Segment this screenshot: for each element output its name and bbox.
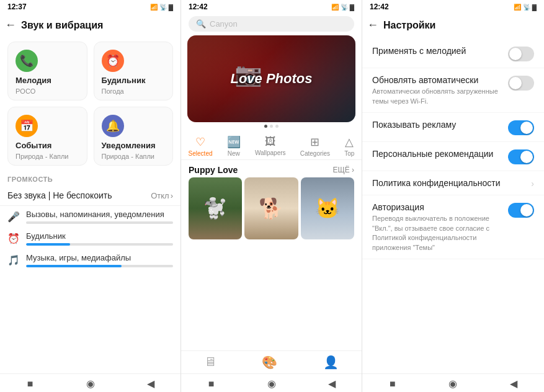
search-icon: 🔍 — [196, 19, 206, 29]
volume-row-media: 🎵 Музыка, игры, медиафайлы — [0, 249, 181, 271]
settings-auth-content: Авторизация Переводя выключатель в полож… — [372, 202, 503, 252]
section-more-btn[interactable]: ЕЩЁ › — [332, 166, 354, 174]
bottom-nav-profile[interactable]: 👤 — [323, 355, 339, 370]
dot-3 — [275, 125, 279, 128]
media-volume-track[interactable] — [26, 265, 173, 267]
nav-back-2[interactable]: ◀ — [323, 378, 341, 390]
toggle-autoupdate[interactable] — [508, 76, 534, 91]
toggle-auth[interactable] — [508, 203, 534, 218]
battery-icon-1: ▓ — [169, 4, 173, 11]
media-volume-label: Музыка, игры, медиафайлы — [26, 253, 173, 262]
panel-title-3: Настройки — [383, 20, 435, 31]
settings-personalrecs-content: Персональные рекомендации — [372, 148, 503, 159]
settings-showads-content: Показывать рекламу — [372, 119, 503, 130]
wallpaper-thumb-cat[interactable]: 🐱 — [301, 177, 354, 239]
alarm-volume-fill — [26, 243, 70, 246]
privacy-chevron-icon: › — [531, 179, 534, 189]
panel-sound-vibration: 12:37 📶 📡 ▓ ← Звук и вибрация 📞 Мелодия … — [0, 0, 181, 392]
search-bar[interactable]: 🔍 Canyon — [189, 16, 354, 32]
sound-card-alarm[interactable]: ⏰ Будильник Погода — [94, 42, 174, 100]
back-button-1[interactable]: ← — [5, 19, 16, 32]
status-bar-1: 12:37 📶 📡 ▓ — [0, 0, 181, 14]
nav-square-2[interactable]: ■ — [202, 378, 221, 390]
volume-row-alarm: ⏰ Будильник — [0, 228, 181, 249]
toggle-showads-thumb — [520, 122, 533, 134]
nav-square-1[interactable]: ■ — [21, 378, 40, 390]
toggle-personalrecs[interactable] — [508, 149, 534, 164]
sound-card-events[interactable]: 📅 События Природа - Капли — [7, 107, 87, 166]
calls-volume-label: Вызовы, напоминания, уведомления — [26, 210, 173, 219]
settings-autoupdate-sub: Автоматически обновлять загруженные темы… — [372, 87, 503, 106]
melody-sub: POCO — [16, 87, 79, 95]
settings-personalrecs-title: Персональные рекомендации — [372, 148, 503, 159]
dot-2 — [270, 125, 273, 128]
toggle-auth-thumb — [520, 204, 533, 216]
wallpaper-thumb-dog2[interactable]: 🐕 — [244, 177, 298, 239]
status-icons-1: 📶 📡 ▓ — [150, 4, 173, 11]
status-icons-3: 📶 📡 ▓ — [514, 4, 537, 11]
panel-title-1: Звук и вибрация — [21, 20, 103, 31]
dnd-chevron-icon: › — [171, 191, 173, 200]
nav-back-1[interactable]: ◀ — [141, 378, 160, 390]
settings-item-melody[interactable]: Применять с мелодией — [362, 39, 544, 68]
wifi-icon-1: 📡 — [159, 4, 167, 11]
status-bar-3: 12:42 📶 📡 ▓ — [362, 0, 544, 14]
nav-circle-1[interactable]: ◉ — [81, 378, 100, 390]
settings-item-personalrecs[interactable]: Персональные рекомендации — [362, 142, 544, 171]
time-2: 12:42 — [189, 2, 208, 11]
categories-tab-icon: ⊞ — [310, 135, 319, 149]
cat-icon: 🐱 — [315, 197, 340, 220]
tab-categories[interactable]: ⊞ Categories — [300, 135, 330, 157]
tab-selected[interactable]: ♡ Selected — [189, 135, 213, 157]
wallpaper-thumb-dog1[interactable]: 🐩 — [189, 177, 242, 239]
top-tab-icon: △ — [345, 135, 354, 149]
nav-circle-2[interactable]: ◉ — [262, 378, 281, 390]
alarm-volume-track[interactable] — [26, 243, 173, 246]
settings-auth-title: Авторизация — [372, 202, 503, 213]
status-bar-2: 12:42 📶 📡 ▓ — [181, 0, 362, 14]
alarm-volume-icon: ⏰ — [7, 233, 20, 244]
toggle-showads[interactable] — [508, 120, 534, 135]
wifi-icon-2: 📡 — [341, 4, 348, 11]
battery-icon-3: ▓ — [532, 4, 537, 11]
settings-item-showads[interactable]: Показывать рекламу — [362, 113, 544, 142]
tab-new[interactable]: 🆕 New — [227, 135, 241, 157]
nav-back-3[interactable]: ◀ — [504, 378, 523, 390]
bottom-nav-themes[interactable]: 🎨 — [262, 355, 277, 370]
nav-bar-1: ■ ◉ ◀ — [0, 373, 181, 392]
dnd-value: Откл › — [151, 191, 173, 200]
wifi-icon-3: 📡 — [523, 4, 530, 11]
dnd-row[interactable]: Без звука | Не беспокоить Откл › — [0, 185, 181, 206]
settings-list: Применять с мелодией Обновлять автоматич… — [362, 37, 544, 262]
section-puppy-title: Puppy Love — [189, 165, 238, 175]
settings-item-autoupdate[interactable]: Обновлять автоматически Автоматически об… — [362, 68, 544, 113]
signal-icon-3: 📶 — [514, 4, 521, 11]
toggle-melody[interactable] — [508, 47, 534, 61]
time-1: 12:37 — [7, 2, 27, 11]
settings-header: ← Настройки — [362, 14, 544, 37]
settings-item-auth[interactable]: Авторизация Переводя выключатель в полож… — [362, 195, 544, 259]
sound-header: ← Звук и вибрация — [0, 14, 181, 37]
settings-privacy-title: Политика конфиденциальности — [372, 177, 526, 189]
notify-title: Уведомления — [102, 141, 166, 150]
dnd-label: Без звука | Не беспокоить — [7, 190, 112, 200]
alarm-volume-label: Будильник — [26, 231, 173, 241]
nav-circle-3[interactable]: ◉ — [444, 378, 462, 390]
hero-image[interactable]: 📷 Love Photos — [187, 35, 355, 122]
dog2-icon: 🐕 — [259, 197, 283, 220]
sound-card-melody[interactable]: 📞 Мелодия POCO — [7, 42, 87, 100]
bottom-nav-screens[interactable]: 🖥 — [204, 355, 216, 370]
settings-item-privacy[interactable]: Политика конфиденциальности › — [362, 171, 544, 195]
nav-square-3[interactable]: ■ — [383, 378, 402, 390]
back-button-3[interactable]: ← — [367, 19, 378, 32]
calls-volume-track[interactable] — [26, 221, 173, 224]
volume-section-label: ГРОМКОСТЬ — [0, 173, 181, 185]
sound-card-notify[interactable]: 🔔 Уведомления Природа - Капли — [94, 107, 174, 166]
tab-wallpapers[interactable]: 🖼 Wallpapers — [255, 135, 286, 157]
search-input[interactable]: Canyon — [210, 19, 347, 29]
toggle-melody-thumb — [509, 48, 522, 60]
alarm-sub: Погода — [102, 87, 166, 95]
wallpaper-bottom-nav: 🖥 🎨 👤 — [181, 350, 362, 373]
tab-top[interactable]: △ Top — [344, 135, 354, 157]
alarm-icon: ⏰ — [102, 50, 124, 72]
